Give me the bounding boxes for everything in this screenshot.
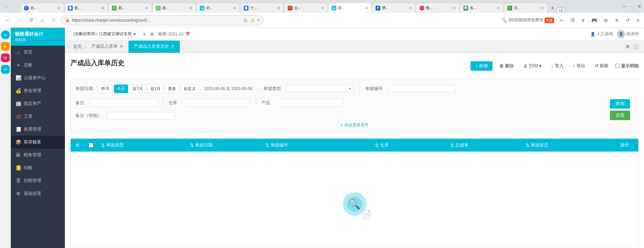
- translate-icon[interactable]: 译: [569, 17, 576, 23]
- tab-7-close[interactable]: ✕: [321, 6, 324, 10]
- lightning-icon[interactable]: ⚡: [249, 18, 255, 23]
- page-tab-history-close[interactable]: ✕: [171, 44, 174, 49]
- sidebar-item-home[interactable]: ⌂ 首页: [11, 46, 65, 59]
- refresh2-icon[interactable]: ↺: [624, 18, 631, 23]
- sidebar-item-cloud-report[interactable]: 📊 云报表中心: [11, 71, 65, 84]
- th-warehouse[interactable]: ⇅ 仓库: [372, 142, 447, 148]
- export-btn[interactable]: ↑ 导出: [570, 62, 588, 70]
- scissors-icon[interactable]: ✂: [558, 18, 565, 23]
- voucher-no-input[interactable]: [388, 85, 456, 92]
- browser-home-btn[interactable]: ⌂: [38, 16, 47, 25]
- sidebar-item-tax[interactable]: 🏛 税务管理: [11, 149, 65, 161]
- date-btn-custom[interactable]: 自定义: [181, 85, 199, 93]
- panel-expand-btn[interactable]: ⬜: [633, 44, 639, 49]
- remarks-input[interactable]: [90, 99, 157, 107]
- detail-remarks-input[interactable]: [107, 112, 175, 119]
- th-no[interactable]: ⇅ 单据编号: [262, 142, 372, 148]
- tab-5-close[interactable]: ✕: [233, 6, 236, 10]
- panel-close-btn[interactable]: ✕: [625, 43, 630, 50]
- tab-1-close[interactable]: ✕: [57, 6, 61, 10]
- grid2-icon[interactable]: ⊞: [602, 18, 609, 23]
- th-status[interactable]: ⇅ 单据状态: [522, 142, 611, 148]
- query-btn[interactable]: 查询: [610, 99, 630, 109]
- tab-3-close[interactable]: ✕: [145, 6, 148, 10]
- tab-9[interactable]: 腾 腾... ✕: [372, 3, 416, 13]
- sidebar-item-inventory[interactable]: 📦 库存核算: [11, 136, 65, 149]
- collapse-btn[interactable]: ∧ 收起更多条件: [75, 119, 634, 128]
- sidebar-item-salary[interactable]: 💼 工资: [11, 110, 65, 123]
- tab-12-close[interactable]: ✕: [541, 6, 544, 10]
- tab-5[interactable]: ☁ 好... ✕: [196, 3, 240, 13]
- tab-3[interactable]: 易 易... ✕: [108, 3, 152, 13]
- date-btn-yesterday[interactable]: 昨天: [98, 85, 113, 93]
- back-btn[interactable]: ←: [3, 3, 9, 9]
- delete-btn[interactable]: 🗑 删除: [497, 62, 517, 70]
- add-company-btn[interactable]: +: [143, 31, 146, 37]
- calendar-icon[interactable]: 📅: [185, 32, 190, 37]
- app-icon-4[interactable]: ✉: [1, 65, 10, 74]
- app-icon-2[interactable]: ★: [1, 42, 10, 51]
- tab-6[interactable]: 📄 个... ✕: [240, 3, 284, 13]
- brightness-icon[interactable]: ☀: [613, 18, 620, 23]
- print-btn[interactable]: 🖨 打印 ▾: [521, 62, 544, 70]
- browser-reload-btn[interactable]: ↺: [26, 16, 35, 25]
- close-window-btn[interactable]: ✕: [637, 4, 641, 9]
- tab-8-close[interactable]: ✕: [365, 6, 368, 10]
- tab-11[interactable]: 📊 各... ✕: [460, 3, 504, 13]
- app-icon-3[interactable]: W: [1, 53, 10, 62]
- th-type[interactable]: ⇅ 单据类型: [98, 142, 187, 148]
- select-all-checkbox[interactable]: [89, 143, 93, 148]
- date-btn-today[interactable]: 今天: [114, 85, 128, 93]
- toolbar-settings-btn[interactable]: ⚙: [150, 31, 154, 37]
- refresh-btn[interactable]: ↺ 刷新: [592, 62, 611, 70]
- grid-icon[interactable]: ⊞: [243, 18, 247, 23]
- page-tab-list-close[interactable]: ✕: [120, 44, 123, 49]
- tab-10-close[interactable]: ✕: [453, 6, 456, 10]
- address-bar[interactable]: 🔒 https://cloud.chanjet.com/accounting/u…: [61, 15, 264, 25]
- settings-filter-btn[interactable]: 设置: [610, 111, 630, 120]
- sidebar-item-fund[interactable]: 💰 资金管理: [11, 84, 65, 97]
- page-tab-history[interactable]: 产成品入库单历史 ✕: [128, 41, 180, 53]
- warehouse-select[interactable]: ...: [183, 99, 250, 107]
- tab-12[interactable]: S 目... ✕: [504, 3, 548, 13]
- th-settings[interactable]: ⚙: [71, 142, 84, 148]
- th-checkbox[interactable]: [84, 143, 98, 148]
- show-detail-toggle[interactable]: 显示明细: [615, 63, 639, 69]
- tab-1[interactable]: 在 在... ✕: [20, 3, 64, 13]
- tab-2[interactable]: 📄 新... ✕: [64, 3, 108, 13]
- tab-4[interactable]: 易 易... ✕: [152, 3, 196, 13]
- tab-4-close[interactable]: ✕: [189, 6, 192, 10]
- maximize-btn[interactable]: ⬜: [629, 4, 635, 9]
- sidebar-item-archive[interactable]: 🗄 归档管理: [11, 174, 65, 187]
- breadcrumb-home[interactable]: 首页: [70, 41, 85, 52]
- page-tab-list[interactable]: 产成品入库单 ✕: [86, 41, 128, 53]
- date-btn-more[interactable]: 更多: [165, 85, 179, 93]
- browser-back-btn[interactable]: ←: [3, 16, 12, 25]
- browser-forward-btn[interactable]: →: [15, 16, 24, 25]
- minimize-btn[interactable]: ─: [622, 3, 626, 9]
- sidebar-item-checkout[interactable]: 📒 结账: [11, 161, 65, 174]
- sidebar-item-invoice[interactable]: 🧾 发票管理: [11, 123, 65, 136]
- sidebar-item-fixed-assets[interactable]: 🏢 固定资产: [11, 97, 65, 110]
- sidebar-item-base-settings[interactable]: ⚙ 基础设置: [11, 187, 65, 200]
- product-select[interactable]: ...: [276, 99, 343, 107]
- import-btn[interactable]: ↓ 导入: [548, 62, 566, 70]
- tab-10[interactable]: M 畅... ✕: [416, 3, 460, 13]
- tab-count[interactable]: 12: [557, 7, 565, 13]
- date-btn-1month[interactable]: 近1月: [147, 85, 164, 93]
- company-selector[interactable]: (勿删勿禁用）江西服宝测试专用 ▾: [70, 30, 139, 38]
- tab-11-close[interactable]: ✕: [497, 6, 500, 10]
- tab-6-close[interactable]: ✕: [277, 6, 280, 10]
- voucher-type-select[interactable]: ▾: [286, 85, 354, 92]
- user-avatar[interactable]: 👤 徐泽华: [617, 30, 639, 38]
- game-icon[interactable]: 🎮: [590, 18, 598, 23]
- tab-8[interactable]: ☁ 好... ✕: [328, 3, 372, 13]
- tab-2-close[interactable]: ✕: [101, 6, 104, 10]
- tab-7[interactable]: C 企... ✕: [284, 3, 328, 13]
- date-btn-7days[interactable]: 近7天: [129, 85, 146, 93]
- tab-9-close[interactable]: ✕: [409, 6, 412, 10]
- show-detail-checkbox[interactable]: [615, 64, 620, 68]
- app-icon-1[interactable]: ✦: [1, 30, 10, 39]
- th-date[interactable]: ⇅ 单据日期: [187, 142, 262, 148]
- forward-btn[interactable]: →: [11, 3, 17, 9]
